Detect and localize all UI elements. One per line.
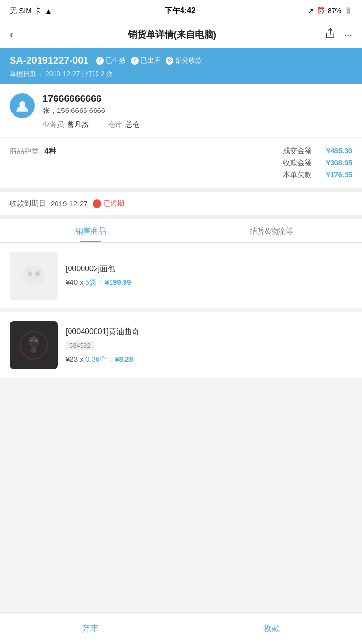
order-date: 2019-12-27 (45, 70, 80, 78)
qty-1: 5袋 (85, 278, 97, 286)
badge-active: ✓ 已生效 (96, 56, 126, 65)
status-right: ↗ ⏰ 87% 🔋 (308, 7, 352, 14)
price-base-1: ¥40 (66, 278, 78, 286)
print-info: | 打印 2 次 (82, 70, 113, 78)
product-price-2: ¥23 x 0.36个 = ¥8.28 (66, 355, 352, 364)
product-list: [0000002]面包 ¥40 x 5袋 = ¥199.99 (0, 243, 362, 378)
salesperson-label: 业务员 (42, 120, 64, 129)
clock-icon: ⊙ (166, 57, 173, 65)
due-date: 2019-12-27 (51, 199, 88, 208)
product-name-1: [0000002]面包 (66, 264, 352, 274)
price-eq-1: = (98, 278, 105, 286)
status-left: 无 SIM 卡 ▲ (10, 6, 52, 15)
bottom-bar: 弃审 收款 (0, 612, 362, 644)
status-time: 下午4:42 (165, 6, 195, 16)
header-sub: 单据日期： 2019-12-27 | 打印 2 次 (10, 70, 352, 79)
battery-text: 87% (328, 7, 341, 14)
nav-bar: ‹ 销货单详情(来自电脑) ··· (0, 21, 362, 48)
product-item: [0000002]面包 ¥40 x 5袋 = ¥199.99 (0, 243, 362, 308)
overdue-icon: ! (93, 199, 101, 208)
date-label: 单据日期： (10, 70, 43, 78)
total-1: ¥199.99 (105, 278, 131, 286)
warehouse-value: 总仓 (125, 120, 140, 129)
svg-point-10 (35, 340, 37, 342)
customer-id: 17666666666 (42, 93, 352, 104)
customer-name-phone: 张，156 6666 6666 (42, 106, 352, 115)
more-icon[interactable]: ··· (344, 29, 352, 40)
status-badges: ✓ 已生效 ✓ 已出库 ⊙ 部分收款 (96, 56, 202, 65)
stats-section: 商品种类 4种 成交金额 ¥485.30 收款金额 ¥308.95 本单欠款 ¥… (0, 138, 362, 192)
cancel-button[interactable]: 弃审 (0, 613, 181, 644)
warehouse-item: 仓库 总仓 (108, 120, 140, 129)
product-price-1: ¥40 x 5袋 = ¥199.99 (66, 278, 352, 287)
owed-label: 本单欠款 (283, 170, 312, 180)
salesperson-value: 曾凡杰 (67, 120, 89, 129)
page-title: 销货单详情(来自电脑) (19, 28, 325, 41)
carrier-text: 无 SIM 卡 (10, 6, 41, 15)
wifi-icon: ▲ (45, 7, 52, 15)
overdue-badge: ! 已逾期 (93, 199, 124, 208)
location-icon: ↗ (308, 7, 314, 14)
svg-point-6 (36, 272, 39, 275)
status-bar: 无 SIM 卡 ▲ 下午4:42 ↗ ⏰ 87% 🔋 (0, 0, 362, 21)
product-thumb-1 (10, 252, 58, 300)
nav-actions: ··· (325, 28, 352, 41)
header-banner: SA-20191227-001 ✓ 已生效 ✓ 已出库 ⊙ 部分收款 单据日期：… (0, 48, 362, 84)
product-name-2: [000400001]黄油曲奇 (66, 327, 352, 337)
received-row: 收款金额 ¥308.95 (283, 158, 352, 168)
svg-point-5 (29, 272, 32, 275)
overdue-text: 已逾期 (104, 199, 124, 208)
tab-products[interactable]: 销售商品 (0, 219, 181, 242)
customer-avatar (10, 93, 35, 118)
product-thumb-2 (10, 321, 58, 369)
product-details-2: [000400001]黄油曲奇 534532 ¥23 x 0.36个 = ¥8.… (66, 327, 352, 364)
tabs-section: 销售商品 结算&物流等 (0, 219, 362, 243)
product-item-2: [000400001]黄油曲奇 534532 ¥23 x 0.36个 = ¥8.… (0, 312, 362, 378)
share-icon[interactable] (325, 28, 335, 41)
customer-meta: 业务员 曾凡杰 仓库 总仓 (42, 120, 352, 129)
amount-value: ¥485.30 (326, 146, 352, 155)
received-value: ¥308.95 (326, 158, 352, 168)
category-value: 4种 (44, 147, 56, 155)
product-details-1: [0000002]面包 ¥40 x 5袋 = ¥199.99 (66, 264, 352, 287)
due-section: 收款到期日 2019-12-27 ! 已逾期 (0, 192, 362, 219)
stats-right: 成交金额 ¥485.30 收款金额 ¥308.95 本单欠款 ¥176.35 (283, 146, 352, 180)
salesperson-item: 业务员 曾凡杰 (42, 120, 89, 129)
check-icon-2: ✓ (131, 57, 139, 65)
svg-point-9 (30, 340, 33, 342)
amount-row: 成交金额 ¥485.30 (283, 146, 352, 155)
received-label: 收款金额 (283, 158, 312, 168)
order-id: SA-20191227-001 (10, 55, 88, 66)
customer-info: 17666666666 张，156 6666 6666 业务员 曾凡杰 仓库 总… (42, 93, 352, 129)
tab-settlement[interactable]: 结算&物流等 (181, 219, 362, 242)
amount-label: 成交金额 (283, 146, 312, 155)
product-tag-2: 534532 (66, 341, 94, 350)
qty-2: 0.36个 (85, 355, 107, 363)
due-label: 收款到期日 (10, 199, 46, 208)
battery-icon: 🔋 (344, 7, 352, 14)
price-x-2: x (80, 355, 85, 363)
badge-shipped: ✓ 已出库 (131, 56, 161, 65)
svg-rect-11 (31, 347, 37, 353)
price-eq-2: = (109, 355, 115, 363)
price-base-2: ¥23 (66, 355, 78, 363)
confirm-button[interactable]: 收款 (181, 613, 362, 644)
alarm-icon: ⏰ (317, 7, 325, 14)
owed-row: 本单欠款 ¥176.35 (283, 170, 352, 180)
back-button[interactable]: ‹ (10, 25, 19, 45)
svg-point-2 (23, 266, 45, 286)
owed-value: ¥176.35 (326, 170, 352, 180)
price-x-1: x (80, 278, 85, 286)
stats-left: 商品种类 4种 (10, 146, 56, 156)
badge-partial: ⊙ 部分收款 (166, 56, 202, 65)
check-icon-1: ✓ (96, 57, 104, 65)
customer-section: 17666666666 张，156 6666 6666 业务员 曾凡杰 仓库 总… (0, 84, 362, 138)
warehouse-label: 仓库 (108, 120, 123, 129)
total-2: ¥8.28 (115, 355, 133, 363)
category-label: 商品种类 (10, 147, 39, 155)
